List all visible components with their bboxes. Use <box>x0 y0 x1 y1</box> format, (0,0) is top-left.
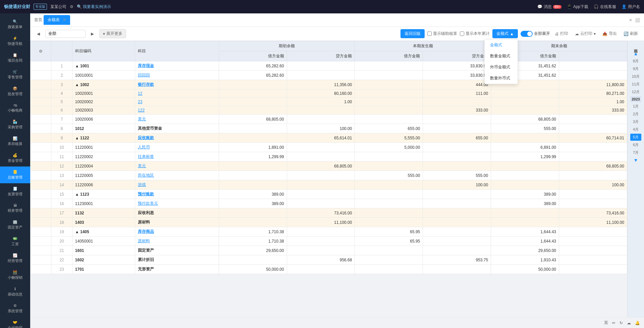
expand-more-btn[interactable]: ▾ 展开更多 <box>99 29 126 38</box>
table-row: 16 11230001 预付款美元 389.00 389.00 <box>31 199 627 208</box>
mode-option-qty-amount[interactable]: 数量金额式 <box>485 51 518 62</box>
tab-close-btn[interactable]: ✕ <box>63 17 66 22</box>
row-settings-cell <box>31 61 51 71</box>
refresh-btn[interactable]: 🔄 刷新 <box>622 29 640 38</box>
row-settings-cell <box>31 98 51 106</box>
month-7[interactable]: 7月 <box>630 149 641 156</box>
sidebar-item-assets[interactable]: 🏢 固定资产 <box>0 216 30 233</box>
sidebar-item-ecommerce[interactable]: 🛍 小畅电商 <box>0 100 30 116</box>
row-name-cell: 其他货币资金 <box>135 124 219 133</box>
next-period-btn[interactable]: ▼ <box>633 157 639 163</box>
ledger-icon: 📒 <box>13 170 17 174</box>
row-settings-cell <box>31 190 51 199</box>
row-name-cell[interactable]: 库存商品 <box>135 227 219 237</box>
month-9[interactable]: 9月 <box>630 65 641 72</box>
month-4[interactable]: 4月 <box>630 126 641 133</box>
month-11[interactable]: 11月 <box>630 81 641 88</box>
sidebar-item-invoice[interactable]: 🧾 发票管理 <box>0 183 30 200</box>
mode-btn[interactable]: 金额式 ▲ <box>492 29 518 38</box>
settings-icon[interactable]: ⚙ <box>70 4 73 9</box>
table-row: 21 1601 固定资产 29,650.00 29,650.00 <box>31 246 627 255</box>
month-2[interactable]: 2月 <box>630 111 641 118</box>
row-settings-cell <box>31 246 51 255</box>
row-code-cell: ▲ 1123 <box>72 190 135 199</box>
sidebar-item-collab[interactable]: 🤝 企业协同 <box>0 317 30 328</box>
row-name-cell[interactable]: 预付账款 <box>135 190 219 199</box>
sidebar-item-retail[interactable]: 🛒 零售管理 <box>0 66 30 83</box>
cloud-print-btn[interactable]: ☁ 云打印 ▾ <box>573 29 598 38</box>
tab-expand-icon[interactable]: ⬜ <box>635 18 640 22</box>
nav-prev-btn[interactable]: ◀ <box>34 30 43 38</box>
sync-btn[interactable]: ↻ <box>620 321 623 325</box>
cloud-btn[interactable]: ☁ <box>627 321 631 325</box>
tab-balance[interactable]: 余额表 ✕ <box>44 15 70 25</box>
row-cur-debit <box>355 61 423 71</box>
prev-period-btn[interactable]: ▲ <box>633 50 639 57</box>
sidebar-item-finance[interactable]: 💰 资金管理 <box>0 150 30 167</box>
nav-next-btn[interactable]: ▶ <box>88 30 97 38</box>
row-code-cell: 10020006 <box>72 115 135 124</box>
expand-all-toggle[interactable]: 全部展开 <box>521 31 550 37</box>
show-auxiliary-checkbox[interactable]: 显示辅助核算 <box>427 31 457 37</box>
month-8[interactable]: 8月 <box>630 58 641 65</box>
sidebar-item-basic[interactable]: ℹ 基础信息 <box>0 283 30 300</box>
month-1[interactable]: 1月 <box>630 103 641 110</box>
sidebar-item-search[interactable]: 🔍 搜索菜单 <box>0 16 30 33</box>
mode-option-foreign-amount[interactable]: 外币金额式 <box>485 62 518 73</box>
row-cur-debit <box>355 190 423 199</box>
table-settings-icon[interactable]: ⚙ <box>39 49 43 54</box>
tab-minimize-icon[interactable]: ✕ <box>629 18 632 22</box>
sidebar-item-tax[interactable]: 🏛 税务管理 <box>0 200 30 216</box>
month-6[interactable]: 6月 <box>630 141 641 148</box>
tab-home[interactable]: 首页 <box>34 17 42 23</box>
table-row: 1 ▲ 1001 库存现金 65,282.60 33,830.98 31,451… <box>31 61 627 71</box>
sidebar-item-system[interactable]: ⚙ 系统管理 <box>0 300 30 317</box>
search-input[interactable] <box>45 30 86 38</box>
row-end-credit <box>559 246 627 255</box>
row-code-cell: 1701 <box>72 265 135 274</box>
toggle-switch[interactable] <box>521 31 533 37</box>
sidebar-item-inventory[interactable]: 📊 库存核算 <box>0 133 30 150</box>
month-3[interactable]: 3月 <box>630 118 641 125</box>
row-cur-debit <box>355 106 423 115</box>
sidebar-item-wholesale[interactable]: 📦 批发管理 <box>0 83 30 100</box>
row-end-debit <box>491 98 559 106</box>
row-name-cell[interactable]: 应收账款 <box>135 133 219 143</box>
service-icon: 🎧 <box>594 4 599 9</box>
row-cur-credit: 555.00 <box>423 171 491 180</box>
sidebar-item-payroll[interactable]: 💵 工资 <box>0 233 30 250</box>
sidebar-item-purchase[interactable]: 🏪 采购管理 <box>0 116 30 133</box>
sidebar-item-expense[interactable]: 🧮 小畅报销 <box>0 267 30 283</box>
app-download-btn[interactable]: 📱 App下载 <box>567 4 588 10</box>
row-code-cell: ▲ 1122 <box>72 133 135 143</box>
month-10[interactable]: 10月 <box>630 73 641 80</box>
row-name-cell[interactable]: 库存现金 <box>135 61 219 71</box>
expense-icon: 🧮 <box>13 270 17 274</box>
month-12[interactable]: 12月 <box>630 88 641 95</box>
row-open-debit <box>219 124 287 133</box>
back-old-btn[interactable]: 返回旧版 <box>400 29 425 38</box>
user-avatar[interactable]: 👤 用户名 <box>622 4 640 10</box>
company-name: 某某公司 <box>50 4 66 10</box>
export-btn[interactable]: 📤 导出 <box>600 29 619 38</box>
mode-option-qty-foreign[interactable]: 数量外币式 <box>485 73 518 84</box>
mode-option-amount[interactable]: 金额式 <box>485 40 518 51</box>
sidebar-item-mgmt[interactable]: 📈 经营管理 <box>0 250 30 267</box>
notify-btn[interactable]: 🔔 <box>635 321 640 325</box>
row-name-cell[interactable]: 银行存款 <box>135 80 219 89</box>
messages-btn[interactable]: 💬 消息 99+ <box>537 4 561 10</box>
month-5[interactable]: 5月 <box>630 134 641 141</box>
online-service-btn[interactable]: 🎧 在线客服 <box>594 4 616 10</box>
row-end-credit: 100.00 <box>559 180 627 190</box>
sidebar-item-project[interactable]: 📋 项目合同 <box>0 50 30 66</box>
show-year-total-checkbox[interactable]: 显示本年累计 <box>460 31 490 37</box>
print-btn[interactable]: 🖨 打印 <box>553 29 570 38</box>
sidebar: 🔍 搜索菜单 ⚡ 快捷导航 📋 项目合同 🛒 零售管理 📦 批发管理 🛍 小畅电… <box>0 13 30 328</box>
edit-icon-btn[interactable]: ✏ <box>612 321 615 325</box>
demo-link[interactable]: 🔍 我要看实例演示 <box>77 4 111 10</box>
sidebar-item-ledger[interactable]: 📒 总账管理 <box>0 167 30 183</box>
lang-btn[interactable]: 英 <box>604 320 608 326</box>
sidebar-item-quicknav[interactable]: ⚡ 快捷导航 <box>0 33 30 50</box>
row-num-cell: 21 <box>51 246 72 255</box>
row-num-cell: 13 <box>51 171 72 180</box>
